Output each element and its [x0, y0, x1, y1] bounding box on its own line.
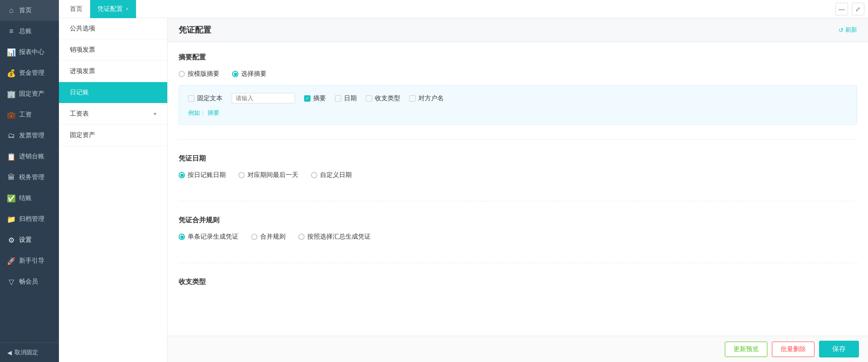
- checkbox-summary[interactable]: ✓ 摘要: [304, 94, 326, 103]
- main-area: 首页 凭证配置 × — ⤢ 公共选项 销项发票 进项发票 日记账: [59, 0, 868, 362]
- summary-checkbox-row: 固定文本 ✓ 摘要 日期: [188, 93, 848, 103]
- merge-rules-title: 凭证合并规则: [179, 216, 857, 225]
- minimize-button[interactable]: —: [835, 3, 848, 15]
- tax-icon: 🏛: [7, 173, 15, 181]
- merge-radio-merge[interactable]: 合并规则: [251, 233, 286, 241]
- sidebar-item-archive[interactable]: 📁 归档管理: [0, 209, 59, 230]
- checkbox-box-date: [335, 95, 341, 102]
- checkbox-date[interactable]: 日期: [335, 94, 357, 103]
- save-button[interactable]: 保存: [819, 341, 859, 357]
- example-label: 例如：: [188, 109, 206, 116]
- left-nav-journal[interactable]: 日记账: [59, 82, 167, 103]
- checkbox-box-fixed: [188, 95, 194, 102]
- merge-rules-radio-group: 单条记录生成凭证 合并规则 按照选择汇总生成凭证: [179, 233, 857, 241]
- sidebar-item-salary[interactable]: 💼 工资: [0, 104, 59, 125]
- summary-radio-template[interactable]: 按模版摘要: [179, 70, 219, 78]
- guide-icon: 🚀: [7, 257, 15, 265]
- merge-rules-section: 凭证合并规则 单条记录生成凭证 合并规则 按照选择汇总生成凭证: [179, 216, 857, 263]
- receipt-type-title: 收支类型: [179, 278, 857, 286]
- maximize-button[interactable]: ⤢: [852, 3, 864, 15]
- left-nav-sales-invoice[interactable]: 销项发票: [59, 39, 167, 61]
- settle-icon: ✅: [7, 194, 15, 202]
- fund-icon: 💰: [7, 69, 15, 77]
- sidebar-item-settings[interactable]: ⚙ 设置: [0, 230, 59, 250]
- checkbox-box-payment: [366, 95, 372, 102]
- home-icon: ⌂: [7, 6, 15, 15]
- checkbox-counterpart[interactable]: 对方户名: [409, 94, 444, 103]
- left-nav-payroll[interactable]: 工资表 ▾: [59, 103, 167, 125]
- summary-radio-group: 按模版摘要 选择摘要: [179, 70, 857, 78]
- sidebar-item-member[interactable]: ▽ 畅会员: [0, 271, 59, 292]
- checkbox-payment-type[interactable]: 收支类型: [366, 94, 400, 103]
- radio-circle-template: [179, 71, 185, 77]
- sidebar-item-tax[interactable]: 🏛 税务管理: [0, 167, 59, 188]
- chevron-down-icon: ▾: [154, 111, 156, 117]
- content-scroll: 摘要配置 按模版摘要 选择摘要: [168, 42, 868, 336]
- summary-config-title: 摘要配置: [179, 53, 857, 62]
- receipt-type-section: 收支类型: [179, 278, 857, 309]
- refresh-icon: ↺: [839, 27, 844, 34]
- summary-config-section: 摘要配置 按模版摘要 选择摘要: [179, 53, 857, 140]
- right-content: 凭证配置 ↺ 刷新 摘要配置 按模版摘要: [168, 18, 868, 362]
- voucher-date-radio-group: 按日记账日期 对应期间最后一天 自定义日期: [179, 171, 857, 179]
- fixed-text-input[interactable]: [232, 93, 295, 103]
- checkbox-box-summary: ✓: [304, 95, 310, 102]
- tab-voucher-config[interactable]: 凭证配置 ×: [90, 0, 136, 18]
- member-icon: ▽: [7, 278, 15, 286]
- sidebar-item-guide[interactable]: 🚀 新手引导: [0, 250, 59, 271]
- left-nav: 公共选项 销项发票 进项发票 日记账 工资表 ▾ 固定资产: [59, 18, 168, 362]
- radio-journal-date: [179, 172, 185, 178]
- merge-radio-single[interactable]: 单条记录生成凭证: [179, 233, 238, 241]
- sidebar: ⌂ 首页 ≡ 总账 📊 报表中心 💰 资金管理 🏢 固定资产 💼 工资 🗂 发票…: [0, 0, 59, 362]
- page-title: 凭证配置: [179, 24, 211, 35]
- voucher-date-section: 凭证日期 按日记账日期 对应期间最后一天 自定义日期: [179, 154, 857, 201]
- sidebar-pin-toggle[interactable]: ◀ 取消固定: [0, 342, 59, 362]
- voucher-date-radio-journal[interactable]: 按日记账日期: [179, 171, 226, 179]
- batch-delete-button[interactable]: 批量删除: [772, 342, 815, 357]
- radio-last-day: [238, 172, 245, 178]
- tab-controls: — ⤢: [835, 3, 864, 15]
- sidebar-item-report[interactable]: 📊 报表中心: [0, 42, 59, 63]
- close-tab-icon[interactable]: ×: [126, 6, 129, 12]
- page-header: 凭证配置 ↺ 刷新: [168, 18, 868, 42]
- left-nav-public[interactable]: 公共选项: [59, 18, 167, 39]
- left-nav-fixed-assets[interactable]: 固定资产: [59, 125, 167, 146]
- archive-icon: 📁: [7, 215, 15, 223]
- salary-icon: 💼: [7, 111, 15, 119]
- sidebar-item-invoice[interactable]: 🗂 发票管理: [0, 125, 59, 146]
- ledger-icon: ≡: [7, 27, 15, 35]
- radio-merge-rule: [251, 234, 257, 240]
- sidebar-item-ledger[interactable]: ≡ 总账: [0, 21, 59, 42]
- left-nav-purchase-invoice[interactable]: 进项发票: [59, 61, 167, 82]
- radio-single-record: [179, 234, 185, 240]
- example-value: 摘要: [208, 109, 219, 116]
- content-area: 公共选项 销项发票 进项发票 日记账 工资表 ▾ 固定资产 凭证配置: [59, 18, 868, 362]
- sidebar-item-fund[interactable]: 💰 资金管理: [0, 63, 59, 83]
- voucher-date-radio-custom[interactable]: 自定义日期: [311, 171, 352, 179]
- merge-radio-summary[interactable]: 按照选择汇总生成凭证: [298, 233, 371, 241]
- sidebar-item-settle[interactable]: ✅ 结账: [0, 188, 59, 209]
- settings-icon: ⚙: [7, 236, 15, 244]
- radio-custom-date: [311, 172, 317, 178]
- checkbox-fixed-text[interactable]: 固定文本: [188, 94, 223, 103]
- invoice-icon: 🗂: [7, 132, 15, 140]
- example-row: 例如： 摘要: [188, 109, 848, 117]
- assets-icon: 🏢: [7, 90, 15, 98]
- refresh-button[interactable]: ↺ 刷新: [839, 26, 857, 34]
- report-icon: 📊: [7, 48, 15, 56]
- sidebar-item-home[interactable]: ⌂ 首页: [0, 0, 59, 21]
- radio-summary-generate: [298, 234, 305, 240]
- pin-icon: ◀: [7, 349, 12, 356]
- voucher-date-title: 凭证日期: [179, 154, 857, 163]
- sidebar-item-purchase[interactable]: 📋 进销台账: [0, 146, 59, 167]
- checkbox-box-counterpart: [409, 95, 416, 102]
- tabs-bar: 首页 凭证配置 × — ⤢: [59, 0, 868, 18]
- radio-circle-select: [232, 71, 238, 77]
- update-preview-button[interactable]: 更新预览: [725, 342, 767, 357]
- summary-config-box: 固定文本 ✓ 摘要 日期: [179, 85, 857, 125]
- voucher-date-radio-last-day[interactable]: 对应期间最后一天: [238, 171, 298, 179]
- sidebar-item-assets[interactable]: 🏢 固定资产: [0, 83, 59, 104]
- tab-home[interactable]: 首页: [63, 0, 90, 18]
- summary-radio-select[interactable]: 选择摘要: [232, 70, 267, 78]
- purchase-icon: 📋: [7, 152, 15, 161]
